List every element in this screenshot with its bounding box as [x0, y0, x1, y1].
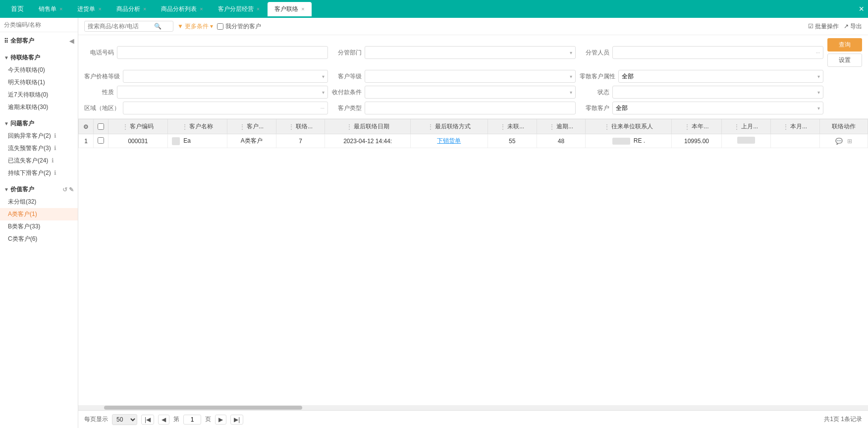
last-page-button[interactable]: ▶| [230, 415, 243, 425]
customer-level-field: 客户等级 ▾ [332, 70, 576, 83]
nature-select[interactable]: ▾ [117, 86, 328, 99]
info-icon: ℹ [54, 132, 56, 139]
nav-home[interactable]: 首页 [4, 1, 31, 16]
status-select[interactable]: ▾ [612, 86, 823, 99]
batch-ops-button[interactable]: ☑ 批量操作 [808, 22, 839, 31]
scrollbar-thumb[interactable] [104, 406, 302, 410]
next-page-button[interactable]: ▶ [215, 415, 226, 425]
main-layout: 🔍 ⠿ 全部客户 ◀ ▼ 待联络客户 今天待联络(0) 明天待联络(1) 近7天… [0, 18, 868, 428]
sidebar-item-class-c[interactable]: C类客户(6) [0, 233, 78, 245]
edit-icon[interactable]: ✎ [69, 186, 74, 193]
phone-input[interactable] [117, 46, 328, 59]
area-select[interactable]: ··· [123, 102, 328, 114]
sidebar-item-churn-warning[interactable]: 流失预警客户(3) ℹ [0, 142, 78, 155]
col-last-contact-method: ⋮最后联络方式 [410, 119, 488, 134]
close-segment-tab[interactable]: × [257, 6, 260, 12]
sidebar-item-tomorrow[interactable]: 明天待联络(1) [0, 76, 78, 89]
info-icon-3: ℹ [52, 157, 54, 164]
chat-icon[interactable]: 💬 [835, 138, 843, 145]
close-sales-tab[interactable]: × [59, 6, 62, 12]
close-purchase-tab[interactable]: × [98, 6, 101, 12]
dept-field: 分管部门 ▾ [332, 46, 576, 59]
close-analysis-tab[interactable]: × [143, 6, 146, 12]
pagination-bar: 每页显示 50 100 200 |◀ ◀ 第 页 ▶ ▶| 共1页 1条记录 [78, 410, 868, 428]
manager-label: 分管人员 [580, 49, 609, 57]
sidebar-search-input[interactable] [4, 21, 78, 28]
row-checkbox[interactable] [98, 137, 104, 144]
per-page-label: 每页显示 [84, 415, 108, 424]
more-filters-button[interactable]: ▼ 更多条件 ▾ [177, 22, 213, 31]
sort-icon-3: ⋮ [239, 123, 245, 130]
prev-page-button[interactable]: ◀ [158, 415, 169, 425]
price-level-select[interactable]: ▾ [123, 70, 328, 83]
select-all-checkbox[interactable] [98, 123, 104, 130]
settings-button[interactable]: 设置 [827, 54, 862, 67]
value-group-header[interactable]: ▼ 价值客户 ↺ ✎ [0, 183, 78, 196]
my-customers-checkbox[interactable]: 我分管的客户 [217, 22, 261, 31]
col-current-year: ⋮本年... [672, 119, 721, 134]
customer-avatar [172, 137, 180, 145]
manager-select[interactable]: ··· [612, 46, 823, 59]
dept-select[interactable]: ▾ [365, 46, 576, 59]
data-table-container: ⚙ ⋮客户编码 ⋮客户名称 ⋮客户... [78, 119, 868, 405]
col-checkbox-header [94, 119, 108, 134]
cell-customer-code: 000031 [108, 134, 168, 148]
customer-level-select[interactable]: ▾ [365, 70, 576, 83]
export-button[interactable]: ↗ 导出 [844, 22, 862, 31]
per-page-select[interactable]: 50 100 200 [112, 414, 137, 425]
close-all-button[interactable]: × [859, 4, 864, 14]
qr-icon[interactable]: ⊞ [847, 138, 852, 145]
search-icon[interactable]: 🔍 [154, 23, 162, 30]
cell-checkbox [94, 134, 108, 148]
settings-col-icon[interactable]: ⚙ [83, 123, 89, 130]
status-caret-icon: ▾ [817, 90, 820, 95]
filter-actions: 查询 设置 [827, 38, 862, 67]
refresh-icon[interactable]: ↺ [62, 186, 67, 193]
retail-customer-select[interactable]: 全部 ▾ [612, 102, 823, 114]
problem-group-header[interactable]: ▼ 问题客户 [0, 117, 78, 130]
sidebar-item-repurchase-anomaly[interactable]: 回购异常客户(2) ℹ [0, 130, 78, 142]
search-input[interactable] [88, 23, 152, 30]
horizontal-scrollbar[interactable] [78, 405, 868, 410]
table-header-row: ⚙ ⋮客户编码 ⋮客户名称 ⋮客户... [79, 119, 868, 134]
cell-customer-name[interactable]: Ea [167, 134, 227, 148]
sidebar-all-customers-section: ⠿ 全部客户 ◀ [0, 32, 78, 50]
my-customers-check[interactable] [217, 23, 223, 30]
value-tri-icon: ▼ [4, 187, 9, 192]
retail-attr-select[interactable]: 全部 ▾ [618, 70, 823, 83]
retail-attr-field: 零散客户属性 全部 ▾ [580, 70, 823, 83]
sidebar-item-unclassified[interactable]: 未分组(32) [0, 196, 78, 208]
nav-tab-purchase[interactable]: 进货单 × [70, 2, 108, 16]
nav-tab-analysis-list[interactable]: 商品分析列表 × [154, 2, 210, 16]
pending-group-header[interactable]: ▼ 待联络客户 [0, 52, 78, 64]
customer-type-select[interactable] [365, 102, 576, 114]
first-page-button[interactable]: |◀ [141, 415, 154, 425]
query-button[interactable]: 查询 [827, 38, 862, 52]
page-number-input[interactable] [183, 415, 201, 425]
sidebar-item-overdue[interactable]: 逾期未联络(30) [0, 101, 78, 113]
payment-select[interactable]: ▾ [365, 86, 576, 99]
close-contact-tab[interactable]: × [301, 6, 304, 12]
nav-tab-customer-segment[interactable]: 客户分层经营 × [211, 2, 267, 16]
filter-row-3: 性质 ▾ 收付款条件 ▾ 状态 [84, 86, 862, 99]
sort-icon-5: ⋮ [346, 123, 352, 130]
filter-right-actions: ☑ 批量操作 ↗ 导出 [808, 22, 862, 31]
col-settings[interactable]: ⚙ [79, 119, 94, 134]
sidebar-item-today[interactable]: 今天待联络(0) [0, 64, 78, 76]
all-customers-header[interactable]: ⠿ 全部客户 ◀ [0, 34, 78, 48]
sidebar-item-class-b[interactable]: B类客户(33) [0, 220, 78, 233]
sidebar-item-churned[interactable]: 已流失客户(24) ℹ [0, 155, 78, 167]
cell-no-contact-days: 55 [488, 134, 537, 148]
nav-tab-analysis[interactable]: 商品分析 × [109, 2, 153, 16]
cell-last-contact-method[interactable]: 下销货单 [410, 134, 488, 148]
nav-tab-sales[interactable]: 销售单 × [32, 2, 69, 16]
collapse-sidebar-icon[interactable]: ◀ [69, 38, 74, 45]
sidebar-item-declining[interactable]: 持续下滑客户(2) ℹ [0, 167, 78, 179]
batch-icon: ☑ [808, 23, 814, 30]
nature-caret-icon: ▾ [322, 90, 325, 95]
nav-tab-customer-contact[interactable]: 客户联络 × [268, 2, 311, 16]
sidebar-item-7days[interactable]: 近7天待联络(0) [0, 89, 78, 101]
close-analysis-list-tab[interactable]: × [200, 6, 203, 12]
sidebar-item-class-a[interactable]: A类客户(1) [0, 208, 78, 220]
search-box: 🔍 [84, 21, 173, 32]
